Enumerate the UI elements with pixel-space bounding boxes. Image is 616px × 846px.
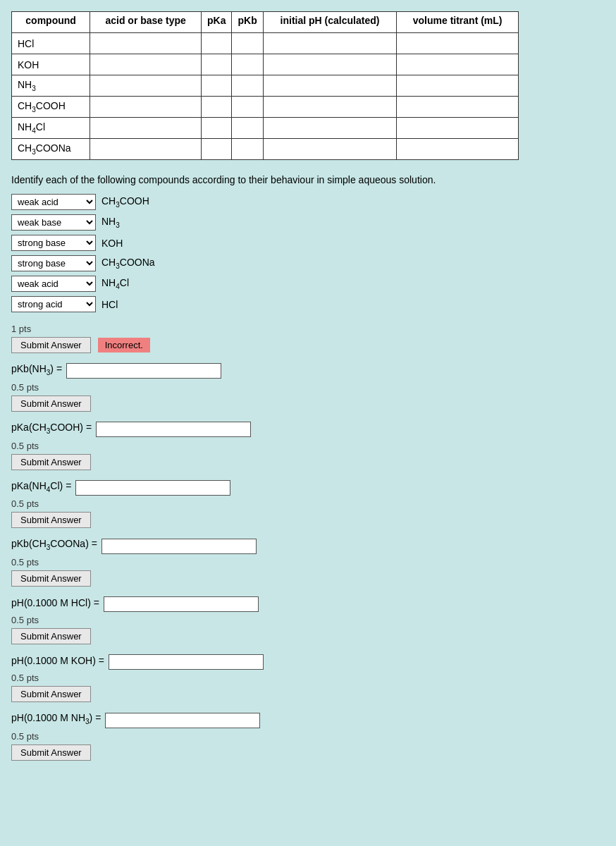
pkb-cell <box>232 118 263 139</box>
pkb-cell <box>232 139 263 160</box>
submit-row: Submit Answer <box>11 744 605 761</box>
compound-name: CH3COONa <box>12 139 90 160</box>
question-input-row: pH(0.1000 M KOH) = <box>11 654 605 670</box>
submit-button[interactable]: Submit Answer <box>11 628 91 644</box>
pts-label: 0.5 pts <box>11 673 605 683</box>
compound-label: CH3COOH <box>101 195 149 209</box>
submit-button[interactable]: Submit Answer <box>11 454 91 470</box>
compound-type-select-2[interactable]: weak acidweak basestrong acidstrong base <box>11 235 96 251</box>
compound-label: CH3COONa <box>101 257 155 270</box>
compound-name: KOH <box>12 54 90 75</box>
initial-ph-cell <box>263 139 397 160</box>
pkb-cell <box>232 54 263 75</box>
pkb-cell <box>232 97 263 118</box>
compound-name: CH3COOH <box>12 97 90 118</box>
question-block-7: pH(0.1000 M NH3) = 0.5 pts Submit Answer <box>11 712 605 761</box>
question-label: pKb(CH3COONa) = <box>11 538 97 551</box>
table-row: KOH <box>12 54 519 75</box>
pka-cell <box>202 97 232 118</box>
pkb-cell <box>232 75 263 97</box>
pts-label: 0.5 pts <box>11 615 605 625</box>
compound-type-select-3[interactable]: weak acidweak basestrong acidstrong base <box>11 255 96 271</box>
header-initial-ph: initial pH (calculated) <box>263 12 397 33</box>
pka-cell <box>202 33 232 54</box>
pts-label: 0.5 pts <box>11 557 605 568</box>
acid-base-type-cell <box>90 33 202 54</box>
question-input-row: pH(0.1000 M HCl) = <box>11 596 605 612</box>
submit-button[interactable]: Submit Answer <box>11 396 91 412</box>
compound-type-select-1[interactable]: weak acidweak basestrong acidstrong base <box>11 214 96 231</box>
answer-input[interactable] <box>96 422 251 437</box>
compound-name: HCl <box>12 33 90 54</box>
header-acid-base-type: acid or base type <box>90 12 202 33</box>
submit-button[interactable]: Submit Answer <box>11 744 91 761</box>
header-type-label: acid or base type <box>105 15 185 26</box>
pka-cell <box>202 54 232 75</box>
question-input-row: pKb(CH3COONa) = <box>11 538 605 554</box>
acid-base-type-cell <box>90 75 202 97</box>
question-label: pKa(CH3COOH) = <box>11 422 92 435</box>
pka-cell <box>202 139 232 160</box>
dropdown-row: weak acidweak basestrong acidstrong base… <box>11 296 605 312</box>
question-block-1: pKb(NH3) = 0.5 pts Submit Answer <box>11 363 605 412</box>
answer-input[interactable] <box>105 713 260 728</box>
question-label: pH(0.1000 M HCl) = <box>11 597 99 608</box>
submit-row: Submit Answer <box>11 570 605 587</box>
acid-base-type-cell <box>90 97 202 118</box>
acid-base-type-cell <box>90 139 202 160</box>
header-pkb: pKb <box>232 12 263 33</box>
answer-input[interactable] <box>109 654 264 670</box>
answer-input[interactable] <box>101 539 257 554</box>
initial-ph-cell <box>263 33 397 54</box>
question-block-3: pKa(NH4Cl) = 0.5 pts Submit Answer <box>11 480 605 529</box>
header-pka: pKa <box>202 12 232 33</box>
header-compound-label: compound <box>25 15 76 26</box>
header-pka-label: pKa <box>207 15 226 26</box>
compound-name: NH3 <box>12 75 90 97</box>
question-label: pKb(NH3) = <box>11 363 62 376</box>
answer-input[interactable] <box>66 363 221 379</box>
question-block-0: 1 pts Submit Answer Incorrect. <box>11 324 605 353</box>
initial-ph-cell <box>263 118 397 139</box>
submit-button[interactable]: Submit Answer <box>11 570 91 587</box>
compound-label: HCl <box>101 299 118 310</box>
answer-input[interactable] <box>104 596 259 612</box>
compounds-table: compound acid or base type pKa pKb initi… <box>11 11 519 160</box>
table-row: CH3COONa <box>12 139 519 160</box>
submit-button[interactable]: Submit Answer <box>11 512 91 528</box>
volume-titrant-cell <box>397 97 519 118</box>
table-row: NH4Cl <box>12 118 519 139</box>
submit-button[interactable]: Submit Answer <box>11 337 91 353</box>
table-row: CH3COOH <box>12 97 519 118</box>
pts-label: 0.5 pts <box>11 731 605 742</box>
compound-name: NH4Cl <box>12 118 90 139</box>
pts-label: 1 pts <box>11 324 605 334</box>
dropdown-row: weak acidweak basestrong acidstrong base… <box>11 276 605 292</box>
pts-label: 0.5 pts <box>11 498 605 509</box>
pts-label: 0.5 pts <box>11 441 605 451</box>
pka-cell <box>202 75 232 97</box>
dropdown-row: weak acidweak basestrong acidstrong base… <box>11 214 605 231</box>
header-volume-label: volume titrant (mL) <box>413 15 503 26</box>
compound-type-select-0[interactable]: weak acidweak basestrong acidstrong base <box>11 194 96 210</box>
question-label: pH(0.1000 M NH3) = <box>11 712 101 725</box>
initial-ph-cell <box>263 97 397 118</box>
submit-row: Submit Answer <box>11 628 605 644</box>
submit-row: Submit Answer <box>11 454 605 470</box>
question-block-4: pKb(CH3COONa) = 0.5 pts Submit Answer <box>11 538 605 587</box>
volume-titrant-cell <box>397 54 519 75</box>
question-block-6: pH(0.1000 M KOH) = 0.5 pts Submit Answer <box>11 654 605 702</box>
compound-type-select-5[interactable]: weak acidweak basestrong acidstrong base <box>11 296 96 312</box>
submit-button[interactable]: Submit Answer <box>11 686 91 702</box>
header-compound: compound <box>12 12 90 33</box>
submit-row: Submit Answer <box>11 512 605 528</box>
acid-base-type-cell <box>90 118 202 139</box>
initial-ph-cell <box>263 54 397 75</box>
pkb-cell <box>232 33 263 54</box>
questions-container: 1 pts Submit Answer Incorrect. pKb(NH3) … <box>11 324 605 761</box>
dropdowns-container: weak acidweak basestrong acidstrong base… <box>11 194 605 312</box>
answer-input[interactable] <box>75 480 230 496</box>
compound-type-select-4[interactable]: weak acidweak basestrong acidstrong base <box>11 276 96 292</box>
header-volume-titrant: volume titrant (mL) <box>397 12 519 33</box>
pts-label: 0.5 pts <box>11 382 605 393</box>
